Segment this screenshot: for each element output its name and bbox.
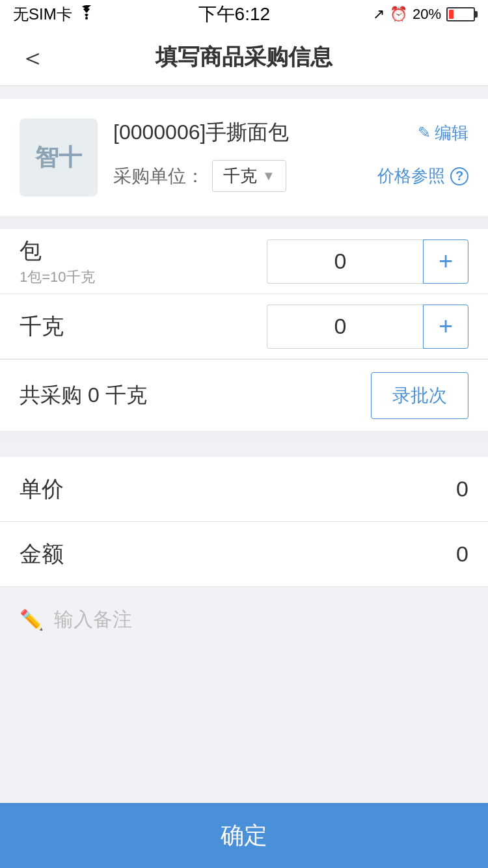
back-button[interactable]: ＜: [20, 44, 46, 70]
battery-icon: [446, 7, 475, 21]
total-row: 共采购 0 千克 录批次: [0, 359, 488, 431]
pack-input-row: 包 1包=10千克 +: [0, 229, 488, 294]
pack-label: 包 1包=10千克: [20, 236, 124, 287]
pack-input-right: +: [124, 239, 468, 284]
product-info: [0000006]手撕面包 ✎ 编辑 采购单位： 千克 ▼ 价格参照 ?: [113, 118, 468, 192]
product-card: 智十 [0000006]手撕面包 ✎ 编辑 采购单位： 千克 ▼ 价格参照 ?: [0, 99, 488, 216]
amount-value: 0: [456, 541, 468, 567]
unit-price-row: 单价 0: [0, 457, 488, 522]
kg-input-right: +: [124, 305, 468, 349]
status-bar: 无SIM卡 下午6:12 ↗ ⏰ 20%: [0, 0, 488, 29]
unit-price-value: 0: [456, 476, 468, 502]
product-title-row: [0000006]手撕面包 ✎ 编辑: [113, 118, 468, 147]
alarm-icon: ⏰: [390, 6, 407, 23]
svg-point-0: [85, 17, 88, 20]
amount-label: 金额: [20, 539, 64, 569]
edit-button[interactable]: ✎ 编辑: [418, 122, 468, 144]
status-time: 下午6:12: [198, 2, 271, 27]
status-icons: ↗ ⏰ 20%: [373, 6, 475, 23]
wifi-icon: [77, 5, 96, 23]
kg-plus-button[interactable]: +: [423, 305, 468, 349]
battery-percentage: 20%: [413, 6, 441, 23]
section-divider-2: [0, 431, 488, 444]
section-divider-1: [0, 216, 488, 229]
product-unit-row: 采购单位： 千克 ▼ 价格参照 ?: [113, 160, 468, 192]
help-icon: ?: [450, 167, 468, 185]
unit-label: 采购单位： 千克 ▼: [113, 160, 286, 192]
product-logo: 智十: [35, 142, 82, 174]
note-placeholder: 输入备注: [54, 606, 132, 633]
edit-icon: ✎: [418, 124, 431, 142]
confirm-button[interactable]: 确定: [0, 803, 488, 868]
location-icon: ↗: [373, 6, 385, 23]
pack-quantity-input[interactable]: [267, 239, 423, 284]
page-title: 填写商品采购信息: [156, 42, 332, 72]
unit-select[interactable]: 千克 ▼: [212, 160, 286, 192]
pack-plus-button[interactable]: +: [423, 239, 468, 284]
note-input-row[interactable]: ✏️ 输入备注: [0, 587, 488, 653]
kg-label: 千克: [20, 312, 124, 342]
total-text: 共采购 0 千克: [20, 381, 147, 410]
price-section: 单价 0 金额 0: [0, 457, 488, 587]
status-carrier: 无SIM卡: [13, 4, 96, 25]
record-batch-button[interactable]: 录批次: [371, 372, 468, 419]
product-image: 智十: [20, 118, 98, 197]
product-name: [0000006]手撕面包: [113, 118, 289, 147]
carrier-text: 无SIM卡: [13, 4, 72, 25]
pencil-icon: ✏️: [20, 608, 44, 631]
kg-input-row: 千克 +: [0, 294, 488, 359]
dropdown-arrow-icon: ▼: [262, 169, 275, 183]
amount-row: 金额 0: [0, 522, 488, 587]
price-ref-button[interactable]: 价格参照 ?: [377, 165, 468, 187]
unit-price-label: 单价: [20, 474, 64, 504]
note-section: ✏️ 输入备注: [0, 587, 488, 653]
input-section: 包 1包=10千克 + 千克 +: [0, 229, 488, 359]
nav-bar: ＜ 填写商品采购信息: [0, 29, 488, 86]
kg-quantity-input[interactable]: [267, 305, 423, 349]
